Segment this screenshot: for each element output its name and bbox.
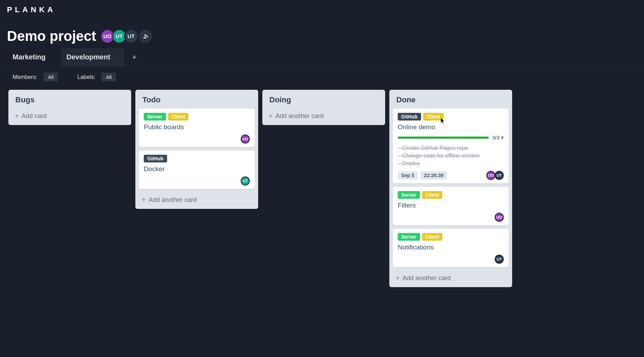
app-logo[interactable]: PLANKA xyxy=(7,5,56,14)
card-title: Docker xyxy=(144,165,250,173)
card-labels: GitHub xyxy=(144,155,250,162)
card-labels: ServerClient xyxy=(144,113,250,121)
card-labels: ServerClient xyxy=(398,191,504,199)
list-title[interactable]: Done xyxy=(393,93,509,109)
card-label[interactable]: Client xyxy=(422,191,443,199)
list-title[interactable]: Bugs xyxy=(12,93,128,109)
add-card-button[interactable]: +Add another card xyxy=(266,109,382,122)
list-title[interactable]: Doing xyxy=(266,93,382,109)
members-filter-label: Members: xyxy=(13,74,37,80)
avatar[interactable]: UO xyxy=(241,134,250,144)
add-card-button[interactable]: +Add card xyxy=(12,109,128,122)
list: TodoServerClientPublic boardsUOGitHubDoc… xyxy=(135,90,258,209)
avatar[interactable]: UO xyxy=(495,213,504,222)
avatar[interactable]: UT xyxy=(495,255,504,264)
add-card-label: Add another card xyxy=(403,275,451,282)
card-title: Notifications xyxy=(398,243,504,251)
add-card-button[interactable]: +Add another card xyxy=(139,192,255,206)
project-header: Demo project UO UT UT xyxy=(0,20,644,48)
card-footer: UO xyxy=(144,134,250,144)
card-label[interactable]: Server xyxy=(398,233,420,241)
tab-development[interactable]: Development xyxy=(61,48,124,66)
avatar[interactable]: UO xyxy=(486,171,495,180)
plus-icon: + xyxy=(396,274,400,282)
tab-marketing[interactable]: Marketing xyxy=(7,48,59,66)
card-footer: UT xyxy=(144,176,250,185)
labels-filter-chip[interactable]: All xyxy=(102,73,116,81)
card-label[interactable]: Client xyxy=(423,113,444,121)
card-label[interactable]: Client xyxy=(168,113,189,121)
checklist-item[interactable]: Create GitHub Pages repo xyxy=(398,144,504,152)
list: Bugs+Add card xyxy=(8,90,131,125)
add-member-button[interactable] xyxy=(139,30,152,43)
add-user-icon xyxy=(142,33,149,39)
card[interactable]: GitHubDockerUT xyxy=(139,151,255,189)
project-members: UO UT UT xyxy=(103,29,152,43)
card-footer: UO xyxy=(398,213,504,222)
card-label[interactable]: Client xyxy=(422,233,443,241)
card-title: Public boards xyxy=(144,123,250,131)
filters-row: Members: All Labels: All xyxy=(0,66,644,85)
add-board-button[interactable]: + xyxy=(128,51,140,63)
board: Bugs+Add cardTodoServerClientPublic boar… xyxy=(0,85,644,298)
card-title: Filters xyxy=(398,202,504,209)
progress-fill xyxy=(398,137,489,139)
card-label[interactable]: Server xyxy=(398,191,420,199)
checklist-item[interactable]: Deploy xyxy=(398,160,504,167)
list-title[interactable]: Todo xyxy=(139,93,255,109)
plus-icon: + xyxy=(15,112,19,120)
progress-track xyxy=(398,137,489,139)
list: DoneGitHubClientOnline demo3/3 ▾Create G… xyxy=(389,90,512,287)
plus-icon: + xyxy=(132,53,137,62)
card-labels: GitHubClient xyxy=(398,113,504,121)
add-card-label: Add another card xyxy=(276,112,324,120)
card-label[interactable]: Server xyxy=(144,113,166,121)
list: Doing+Add another card xyxy=(262,90,385,125)
add-card-button[interactable]: +Add another card xyxy=(393,271,509,284)
progress-count[interactable]: 3/3 ▾ xyxy=(492,134,504,141)
card[interactable]: ServerClientFiltersUO xyxy=(393,187,509,225)
card-footer: Sep 522:26:39UOUT xyxy=(398,171,504,180)
boards-tabs: Marketing Development + xyxy=(0,48,644,66)
avatar[interactable]: UT xyxy=(124,29,138,43)
card-title: Online demo xyxy=(398,123,504,131)
labels-filter-label: Labels: xyxy=(77,74,96,80)
add-card-label: Add another card xyxy=(149,196,197,204)
card-label[interactable]: GitHub xyxy=(398,113,421,121)
members-filter-chip[interactable]: All xyxy=(44,73,58,81)
card-badges: Sep 522:26:39 xyxy=(398,171,447,180)
badge: 22:26:39 xyxy=(420,171,447,180)
card-label[interactable]: GitHub xyxy=(144,155,167,162)
card[interactable]: GitHubClientOnline demo3/3 ▾Create GitHu… xyxy=(393,109,509,183)
topbar: PLANKA xyxy=(0,0,644,20)
progress-row: 3/3 ▾ xyxy=(398,134,504,141)
project-title[interactable]: Demo project xyxy=(7,28,96,44)
avatar[interactable]: UT xyxy=(495,171,504,180)
add-card-label: Add card xyxy=(22,112,47,120)
card-footer: UT xyxy=(398,255,504,264)
card[interactable]: ServerClientNotificationsUT xyxy=(393,229,509,267)
avatar[interactable]: UT xyxy=(241,176,250,185)
plus-icon: + xyxy=(269,112,273,120)
card-labels: ServerClient xyxy=(398,233,504,241)
card[interactable]: ServerClientPublic boardsUO xyxy=(139,109,255,147)
checklist-item[interactable]: Change code for offline version xyxy=(398,152,504,160)
badge: Sep 5 xyxy=(398,171,418,180)
plus-icon: + xyxy=(142,196,146,204)
